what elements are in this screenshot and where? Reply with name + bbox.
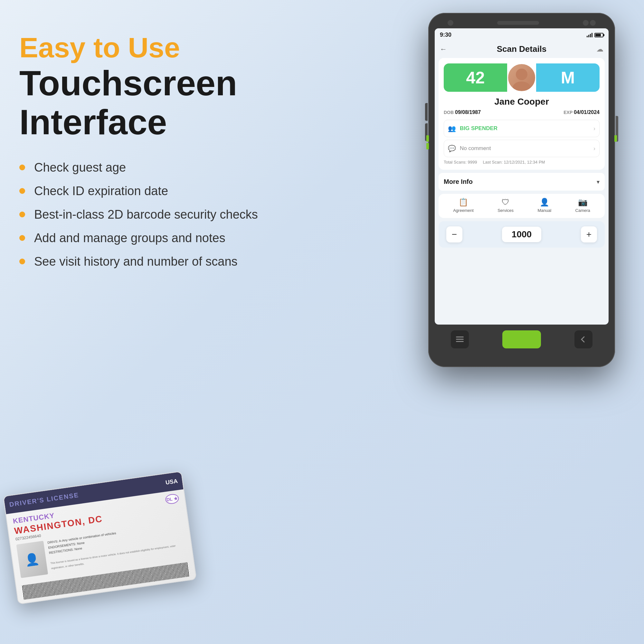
last-scan-value: 12/12/2021, 12:34 PM: [504, 160, 545, 165]
comment-icon: 💬: [448, 145, 456, 152]
bullet-dot: [19, 212, 25, 217]
nav-agreement[interactable]: 📋 Agreement: [453, 198, 474, 213]
scan-meta: Total Scans: 9999 Last Scan: 12/12/2021,…: [444, 160, 600, 165]
svg-point-0: [516, 69, 527, 80]
counter-minus-button[interactable]: −: [446, 226, 462, 242]
total-scans-value: 9999: [468, 160, 477, 165]
svg-point-1: [513, 81, 531, 90]
app-header: ← Scan Details ☁: [435, 40, 609, 58]
last-scan-label: Last Scan:: [483, 160, 502, 165]
services-icon: 🛡: [502, 198, 509, 207]
age-gender-row: 42 M: [444, 63, 600, 92]
phone-bottom-bar: [435, 326, 609, 353]
back-button[interactable]: ←: [440, 45, 447, 53]
group-label: BIG SPENDER: [460, 125, 497, 132]
back-hardware-button[interactable]: [574, 330, 592, 348]
signal-icon: [587, 33, 592, 37]
comment-row[interactable]: 💬 No comment ›: [444, 140, 600, 157]
more-info-label: More Info: [444, 178, 473, 185]
menu-hardware-button[interactable]: [451, 330, 469, 348]
phone-wrapper: 9:30 ← Scan Details ☁: [428, 13, 615, 367]
bullet-item-3: Best-in-class 2D barcode security checks: [19, 208, 277, 222]
license-state-label: DRIVER'S LICENSE: [9, 491, 79, 508]
dob-field: DOB 09/08/1987: [444, 109, 481, 115]
nav-services[interactable]: 🛡 Services: [497, 198, 514, 213]
svg-rect-4: [456, 341, 464, 342]
license-usa-label: USA: [165, 478, 178, 486]
indicator-dots: [583, 20, 596, 26]
status-icons: [587, 33, 603, 37]
bullet-dot: [19, 165, 25, 170]
green-accent-right: [614, 135, 617, 142]
person-name: Jane Cooper: [444, 97, 600, 107]
exp-value: 04/01/2024: [574, 109, 600, 115]
exp-field: EXP 04/01/2024: [563, 109, 600, 115]
camera-icon: 📷: [578, 198, 588, 207]
bottom-nav: 📋 Agreement 🛡 Services 👤 Manual 📷 Camera: [439, 194, 605, 218]
svg-rect-3: [456, 339, 464, 340]
indicator-dot-1: [583, 20, 589, 26]
more-info-row[interactable]: More Info ▾: [439, 173, 605, 191]
counter-value: 1000: [502, 227, 541, 242]
scan-hardware-button[interactable]: [502, 330, 541, 348]
agreement-icon: 📋: [459, 198, 468, 207]
profile-section: 42 M Jane Cooper DOB 09/08/1987 EXP 04/0…: [439, 58, 605, 170]
bullet-dot: [19, 188, 25, 194]
manual-icon: 👤: [540, 198, 549, 207]
bullet-item-2: Check ID expiration date: [19, 184, 277, 198]
headline-line2: Touchscreen Interface: [19, 63, 277, 141]
exp-label: EXP: [563, 110, 574, 115]
total-scans-label: Total Scans:: [444, 160, 467, 165]
bullet-dot: [19, 235, 25, 241]
gender-badge: M: [536, 63, 600, 92]
dob-value: 09/08/1987: [455, 109, 481, 115]
age-badge: 42: [444, 63, 507, 92]
person-details: DOB 09/08/1987 EXP 04/01/2024: [444, 109, 600, 115]
battery-fill: [595, 34, 601, 36]
comment-chevron-icon: ›: [593, 145, 595, 152]
nav-manual-label: Manual: [537, 208, 551, 213]
bullet-dot: [19, 259, 25, 264]
comment-label: No comment: [460, 145, 491, 152]
phone-top-cameras: [435, 20, 609, 26]
battery-icon: [594, 33, 603, 37]
front-camera: [448, 20, 453, 26]
nav-services-label: Services: [497, 208, 514, 213]
phone-device: 9:30 ← Scan Details ☁: [428, 13, 615, 367]
status-time: 9:30: [440, 32, 451, 38]
group-row[interactable]: 👥 BIG SPENDER ›: [444, 120, 600, 137]
avatar: [507, 63, 536, 92]
group-chevron-icon: ›: [593, 125, 595, 132]
counter-plus-button[interactable]: +: [581, 226, 597, 242]
indicator-dot-2: [590, 20, 596, 26]
bullet-item-5: See visit history and number of scans: [19, 255, 277, 269]
speaker-grille: [497, 21, 539, 25]
nav-agreement-label: Agreement: [453, 208, 474, 213]
phone-screen: 9:30 ← Scan Details ☁: [435, 28, 609, 325]
more-info-chevron-icon: ▾: [597, 178, 600, 185]
feature-list: Check guest age Check ID expiration date…: [19, 161, 277, 269]
group-row-left: 👥 BIG SPENDER: [448, 125, 497, 132]
green-accent-left-2: [426, 143, 429, 149]
dob-label: DOB: [444, 110, 455, 115]
status-bar: 9:30: [435, 28, 609, 40]
counter-row: − 1000 +: [439, 221, 605, 248]
comment-row-left: 💬 No comment: [448, 145, 491, 152]
svg-rect-2: [456, 336, 464, 337]
group-icon: 👥: [448, 125, 456, 132]
left-panel: Easy to Use Touchscreen Interface Check …: [19, 32, 277, 278]
nav-camera-label: Camera: [575, 208, 590, 213]
license-card: DRIVER'S LICENSE USA KENTUCKY WASHINGTON…: [3, 471, 197, 605]
cloud-sync-icon[interactable]: ☁: [596, 45, 603, 53]
headline-orange: Easy to Use: [19, 32, 277, 63]
nav-camera[interactable]: 📷 Camera: [575, 198, 590, 213]
volume-up-btn[interactable]: [425, 103, 428, 121]
nav-manual[interactable]: 👤 Manual: [537, 198, 551, 213]
green-accent-left: [426, 135, 429, 142]
screen-title: Scan Details: [497, 44, 547, 54]
green-accents-left: [426, 135, 429, 149]
license-photo: 👤: [16, 541, 48, 578]
bullet-item-1: Check guest age: [19, 161, 277, 175]
green-accents-right: [614, 135, 617, 142]
bullet-item-4: Add and manage groups and notes: [19, 231, 277, 245]
